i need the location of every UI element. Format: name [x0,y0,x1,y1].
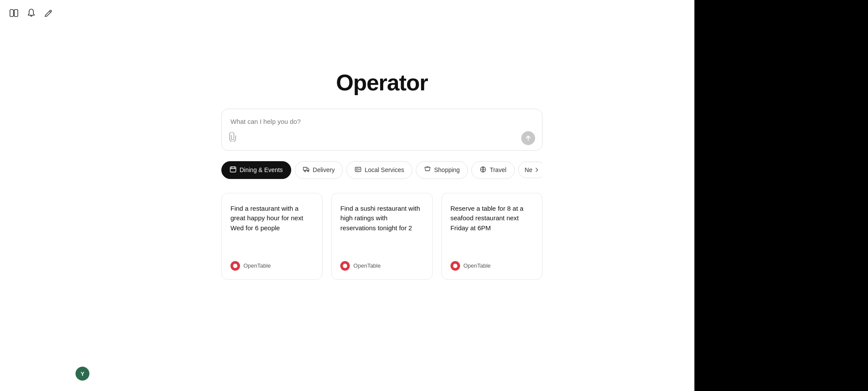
tab-shopping-label: Shopping [434,166,460,173]
tab-dining-events-label: Dining & Events [240,166,283,173]
svg-rect-0 [10,10,13,17]
card-1-text: Find a restaurant with a great happy hou… [230,204,313,252]
shopping-icon [424,166,431,174]
opentable-logo-3 [450,261,460,271]
svg-rect-1 [14,10,18,17]
card-3-text: Reserve a table for 8 at a seafood resta… [450,204,533,252]
edit-icon[interactable] [43,8,54,18]
opentable-logo-2 [340,261,350,271]
card-1-source: OpenTable [243,262,271,269]
tab-more-label: Ne [525,166,533,173]
svg-point-3 [304,170,306,172]
tab-travel[interactable]: Travel [471,161,514,179]
card-3[interactable]: Reserve a table for 8 at a seafood resta… [441,193,542,280]
card-2-text: Find a sushi restaurant with high rating… [340,204,423,252]
notification-icon[interactable] [26,8,36,18]
tab-travel-label: Travel [490,166,506,173]
tab-local-services[interactable]: Local Services [346,161,412,179]
tab-delivery[interactable]: Delivery [295,161,343,179]
tab-delivery-label: Delivery [313,166,335,173]
card-3-footer: OpenTable [450,261,533,271]
toolbar-icons [9,8,54,18]
svg-point-4 [307,170,309,172]
search-bottom [229,131,535,145]
attach-icon[interactable] [229,132,237,144]
search-box [221,109,542,151]
tab-shopping[interactable]: Shopping [416,161,468,179]
sidebar-toggle-icon[interactable] [9,8,19,18]
page-title: Operator [336,70,428,96]
cards-container: Find a restaurant with a great happy hou… [221,193,542,280]
opentable-logo-1 [230,261,240,271]
search-input[interactable] [230,117,533,127]
card-3-source: OpenTable [464,262,491,269]
opentable-logo-inner-3 [453,264,457,268]
svg-rect-2 [230,167,236,172]
card-1[interactable]: Find a restaurant with a great happy hou… [221,193,322,280]
card-1-footer: OpenTable [230,261,313,271]
tab-local-services-label: Local Services [365,166,404,173]
avatar[interactable]: Y [76,367,89,381]
opentable-logo-inner-1 [233,264,237,268]
card-2[interactable]: Find a sushi restaurant with high rating… [331,193,432,280]
sidebar [0,0,69,391]
tab-more[interactable]: Ne [518,162,542,178]
local-services-icon [355,166,362,174]
dining-events-icon [230,166,237,174]
svg-rect-6 [356,169,358,170]
send-button[interactable] [521,131,535,145]
right-sidebar [694,0,868,391]
opentable-logo-inner-2 [343,264,347,268]
tab-dining-events[interactable]: Dining & Events [221,161,291,179]
main-content: Operator Dining & Events [69,0,694,391]
delivery-icon [303,166,310,174]
card-2-source: OpenTable [353,262,381,269]
category-tabs: Dining & Events Delivery Local Services … [221,161,542,179]
card-2-footer: OpenTable [340,261,423,271]
travel-icon [480,166,487,174]
